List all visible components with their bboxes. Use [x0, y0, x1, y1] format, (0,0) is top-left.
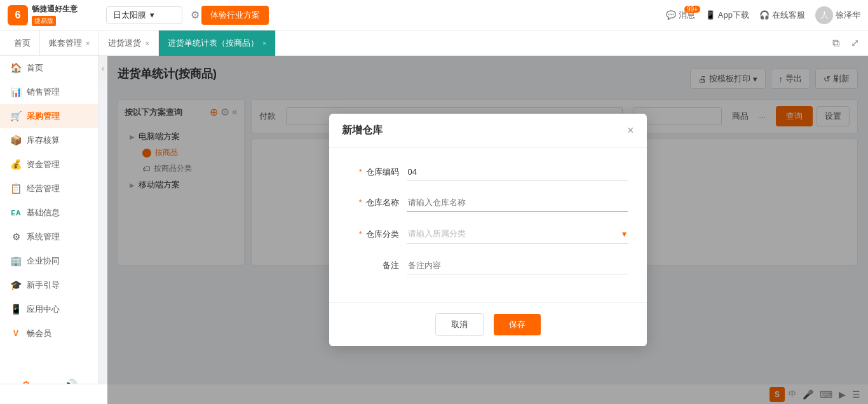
sidebar-collapse-btn[interactable]: ‹	[98, 56, 107, 81]
form-row-code: * 仓库编码	[348, 163, 628, 181]
logo-icon: 6	[8, 5, 28, 25]
sidebar-label-operations: 经营管理	[27, 183, 60, 194]
avatar: 人	[815, 6, 833, 24]
trial-button[interactable]: 体验行业方案	[201, 6, 269, 25]
sales-icon: 📊	[10, 86, 22, 98]
inventory-icon: 📦	[10, 135, 22, 146]
store-name: 日太阳膜	[113, 10, 146, 21]
tab-purchase-stats-close[interactable]: ×	[262, 39, 266, 47]
sidebar-label-inventory: 库存核算	[27, 135, 60, 146]
modal-body: * 仓库编码 * 仓库名称	[329, 148, 647, 302]
brand-badge: 捷易版	[32, 16, 56, 26]
category-placeholder: 请输入所属分类	[408, 228, 466, 239]
message-item[interactable]: 💬 消息 99+	[666, 10, 695, 21]
store-selector[interactable]: 日太阳膜 ▾	[106, 6, 182, 24]
header-right: 💬 消息 99+ 📱 App下载 🎧 在线客服 人 徐泽华	[666, 6, 860, 24]
form-row-category: * 仓库分类 请输入所属分类 ▾	[348, 224, 628, 244]
sidebar-item-system[interactable]: ⚙ 系统管理	[0, 225, 98, 249]
message-badge: 99+	[684, 6, 700, 13]
guide-icon: 🎓	[10, 279, 22, 291]
sidebar-label-sales: 销售管理	[27, 86, 60, 98]
tab-accounts-close[interactable]: ×	[86, 39, 90, 47]
sidebar: 🏠 首页 📊 销售管理 🛒 采购管理 📦 库存核算 💰 资金管理 📋 经营管理 …	[0, 56, 98, 404]
modal-close-button[interactable]: ×	[627, 124, 634, 137]
note-input[interactable]	[407, 257, 628, 274]
sidebar-label-home: 首页	[27, 62, 43, 74]
tab-accounts-label: 账套管理	[49, 37, 82, 49]
app-download-label: App下载	[718, 10, 749, 21]
phone-icon: 📱	[705, 10, 715, 20]
sidebar-item-home[interactable]: 🏠 首页	[0, 56, 98, 80]
sidebar-item-vip[interactable]: V 畅会员	[0, 321, 98, 346]
content-area: 进货单统计(按商品) 🖨 按模板打印 ▾ ↑ 导出 ↺ 刷新	[107, 56, 868, 404]
sidebar-label-finance: 资金管理	[27, 159, 60, 170]
tab-home[interactable]: 首页	[5, 30, 40, 56]
tab-bar: 首页 账套管理 × 进货退货 × 进货单统计表（按商品） × ⧉ ⤢	[0, 30, 868, 56]
brand-text: 畅捷通好生意 捷易版	[32, 4, 78, 26]
category-label: * 仓库分类	[348, 229, 399, 240]
sidebar-item-inventory[interactable]: 📦 库存核算	[0, 128, 98, 152]
code-input[interactable]	[407, 163, 628, 181]
form-row-name: * 仓库名称	[348, 194, 628, 212]
modal-footer: 取消 保存	[329, 302, 647, 346]
enterprise-icon: 🏢	[10, 255, 22, 267]
cancel-button[interactable]: 取消	[435, 313, 484, 336]
basic-info-icon: EA	[10, 207, 22, 219]
online-service-item[interactable]: 🎧 在线客服	[759, 10, 805, 21]
settings-icon[interactable]: ⚙	[189, 9, 201, 22]
sidebar-item-purchase[interactable]: 🛒 采购管理	[0, 104, 98, 128]
sidebar-label-vip: 畅会员	[27, 328, 51, 339]
sidebar-item-guide[interactable]: 🎓 新手引导	[0, 273, 98, 297]
online-service-label: 在线客服	[772, 10, 805, 21]
sidebar-item-apps[interactable]: 📱 应用中心	[0, 297, 98, 321]
operations-icon: 📋	[10, 183, 22, 194]
tab-purchase-stats[interactable]: 进货单统计表（按商品） ×	[159, 30, 276, 56]
system-icon: ⚙	[10, 231, 22, 243]
store-dropdown-icon: ▾	[150, 10, 154, 20]
required-star-name: *	[359, 198, 362, 207]
apps-icon: 📱	[10, 304, 22, 315]
user-item[interactable]: 人 徐泽华	[815, 6, 860, 24]
tab-expand-button[interactable]: ⤢	[847, 34, 863, 51]
name-input[interactable]	[407, 194, 628, 212]
purchase-icon: 🛒	[10, 111, 22, 122]
tab-purchase-stats-label: 进货单统计表（按商品）	[168, 37, 259, 49]
tab-purchase-return-close[interactable]: ×	[145, 39, 149, 47]
app-download-item[interactable]: 📱 App下载	[705, 10, 749, 21]
new-warehouse-modal: 新增仓库 × * 仓库编码 *	[329, 114, 647, 346]
sidebar-item-sales[interactable]: 📊 销售管理	[0, 80, 98, 104]
name-label: * 仓库名称	[348, 197, 399, 208]
tab-bar-actions: ⧉ ⤢	[829, 34, 863, 51]
top-header: 6 畅捷通好生意 捷易版 日太阳膜 ▾ ⚙ 体验行业方案 💬 消息 99+ 📱 …	[0, 0, 868, 30]
required-star-category: *	[359, 229, 362, 239]
modal-header: 新增仓库 ×	[329, 114, 647, 148]
home-icon: 🏠	[10, 62, 22, 74]
required-star-code: *	[359, 167, 362, 177]
sidebar-label-purchase: 采购管理	[27, 111, 60, 122]
sidebar-item-basic-info[interactable]: EA 基础信息	[0, 201, 98, 225]
logo-area: 6 畅捷通好生意 捷易版	[8, 4, 106, 26]
sidebar-label-enterprise: 企业协同	[27, 255, 60, 267]
category-select[interactable]: 请输入所属分类 ▾	[407, 224, 628, 244]
sidebar-label-basic-info: 基础信息	[27, 207, 60, 219]
sidebar-item-enterprise[interactable]: 🏢 企业协同	[0, 249, 98, 273]
sidebar-label-guide: 新手引导	[27, 279, 60, 291]
save-button[interactable]: 保存	[494, 314, 541, 335]
tab-purchase-return-label: 进货退货	[108, 37, 141, 49]
sidebar-item-operations[interactable]: 📋 经营管理	[0, 177, 98, 201]
main-layout: 🏠 首页 📊 销售管理 🛒 采购管理 📦 库存核算 💰 资金管理 📋 经营管理 …	[0, 56, 868, 404]
category-dropdown-icon: ▾	[622, 229, 627, 239]
sidebar-item-finance[interactable]: 💰 资金管理	[0, 152, 98, 177]
tab-restore-button[interactable]: ⧉	[829, 35, 843, 51]
sidebar-label-system: 系统管理	[27, 231, 60, 243]
code-label: * 仓库编码	[348, 166, 399, 178]
finance-icon: 💰	[10, 159, 22, 170]
modal-overlay: 新增仓库 × * 仓库编码 *	[107, 56, 868, 404]
brand-name: 畅捷通好生意	[32, 4, 78, 15]
vip-icon: V	[10, 328, 22, 339]
headset-icon: 🎧	[759, 10, 770, 20]
tab-purchase-return[interactable]: 进货退货 ×	[99, 30, 158, 56]
tab-accounts[interactable]: 账套管理 ×	[40, 30, 99, 56]
modal-title: 新增仓库	[342, 124, 383, 137]
sidebar-label-apps: 应用中心	[27, 304, 60, 315]
